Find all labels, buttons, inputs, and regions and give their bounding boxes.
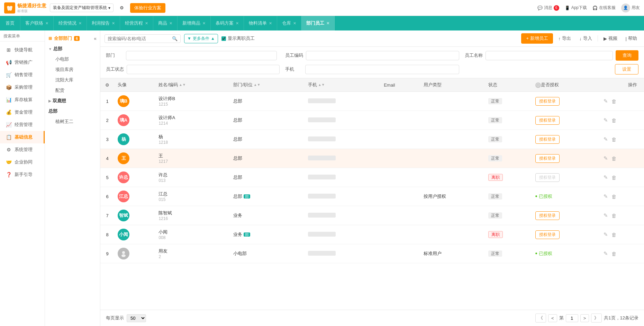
col-dept[interactable]: 部门/职位 ▲▼ (230, 78, 305, 92)
tab-close[interactable]: ✕ (145, 21, 148, 26)
status-select[interactable] (127, 65, 280, 74)
tab-customer[interactable]: 客户联络 ✕ (20, 16, 54, 30)
delete-icon[interactable]: 🗑 (611, 194, 617, 200)
sidebar-item-operations[interactable]: 📈 经营管理 (0, 118, 45, 131)
edit-icon[interactable]: ✎ (604, 155, 608, 161)
system-title-select[interactable]: 装备及固定资产辅助管理系统 ▾ (50, 3, 114, 12)
auth-btn[interactable]: 授权登录 (535, 135, 560, 144)
tab-close[interactable]: ✕ (326, 21, 329, 26)
tree-item-project[interactable]: 项目库房 (45, 64, 100, 75)
delete-icon[interactable]: 🗑 (611, 136, 617, 142)
show-resigned-wrap[interactable]: 显示离职员工 (221, 35, 255, 42)
tree-item-hq[interactable]: 总部 (45, 106, 100, 116)
tree-item-shenyang[interactable]: 沈阳大库 (45, 75, 100, 85)
sidebar-item-enterprise[interactable]: 🤝 企业协同 (0, 156, 45, 168)
tree-item-distribution[interactable]: 配货 (45, 85, 100, 96)
user-avatar[interactable]: 👤 用友 (621, 3, 640, 12)
delete-icon[interactable]: 🗑 (611, 213, 617, 219)
tab-close[interactable]: ✕ (112, 21, 115, 26)
tab-close[interactable]: ✕ (293, 21, 296, 26)
delete-icon[interactable]: 🗑 (611, 251, 617, 257)
edit-icon[interactable]: ✎ (604, 136, 608, 142)
sidebar-item-system[interactable]: ⚙ 系统管理 (0, 143, 45, 156)
auth-btn[interactable]: 授权登录 (535, 116, 560, 125)
edit-icon[interactable]: ✎ (604, 231, 608, 238)
delete-icon[interactable]: 🗑 (611, 232, 617, 238)
per-page-select[interactable]: 50 20 100 (127, 314, 146, 322)
search-input[interactable] (108, 36, 170, 41)
sidebar-item-basic[interactable]: 📋 基础信息 (0, 131, 45, 143)
page-input[interactable] (566, 314, 578, 322)
employee-code-input[interactable] (306, 51, 459, 60)
tree-item-double-think[interactable]: ▶ 双鹿想 (45, 96, 100, 106)
tab-close[interactable]: ✕ (236, 21, 239, 26)
auth-btn[interactable]: 授权登录 (535, 97, 560, 106)
page-next-btn[interactable]: > (580, 314, 589, 322)
tree-item-plant-king[interactable]: 植树王二 (45, 116, 100, 127)
sidebar-item-inventory[interactable]: 📊 库存核算 (0, 94, 45, 106)
sidebar-item-guide[interactable]: ❓ 新手引导 (0, 168, 45, 181)
tree-item-general[interactable]: ▼ 总部 (45, 44, 100, 54)
edit-icon[interactable]: ✎ (604, 193, 608, 200)
tab-barcode[interactable]: 条码方案 ✕ (211, 16, 244, 30)
sidebar-item-purchase[interactable]: 📦 采购管理 (0, 81, 45, 94)
edit-icon[interactable]: ✎ (604, 212, 608, 219)
edit-icon[interactable]: ✎ (604, 117, 608, 123)
page-first-btn[interactable]: 《 (535, 314, 546, 323)
edit-icon[interactable]: ✎ (604, 174, 608, 180)
import-btn[interactable]: ↓ 导入 (577, 34, 595, 43)
sidebar-item-quick[interactable]: ⊞ 快捷导航 (0, 44, 45, 56)
tab-goods[interactable]: 商品 ✕ (153, 16, 178, 30)
tab-materials[interactable]: 物料清单 ✕ (244, 16, 277, 30)
auth-btn[interactable]: 授权登录 (535, 173, 560, 182)
tab-newgoods[interactable]: 新增商品 ✕ (178, 16, 211, 30)
trial-button[interactable]: 体验行业方案 (130, 3, 165, 13)
message-btn[interactable]: 💬 消息 6 (537, 5, 559, 11)
auth-btn[interactable]: 授权登录 (535, 211, 560, 220)
delete-icon[interactable]: 🗑 (611, 156, 617, 161)
filter-more-btn[interactable]: ▼ 更多条件 ▲ (184, 34, 218, 43)
edit-icon[interactable]: ✎ (604, 250, 608, 257)
sidebar-item-capital[interactable]: 💰 资金管理 (0, 106, 45, 118)
search-icon[interactable]: 🔍 (172, 36, 178, 41)
tab-close[interactable]: ✕ (79, 21, 82, 26)
page-last-btn[interactable]: 》 (591, 314, 602, 323)
employee-name-input[interactable] (486, 51, 613, 60)
settings-icon[interactable]: ⚙ (117, 3, 127, 13)
help-btn[interactable]: | 帮助 (623, 34, 640, 43)
tab-profit[interactable]: 利润报告 ✕ (87, 16, 120, 30)
app-download-btn[interactable]: 📱 App下载 (565, 5, 587, 11)
delete-icon[interactable]: 🗑 (611, 98, 617, 104)
tab-home[interactable]: 首页 (0, 16, 20, 30)
col-phone[interactable]: 手机 ▲▼ (305, 78, 380, 92)
authorized-info-icon[interactable]: ⓘ (535, 82, 541, 88)
edit-icon[interactable]: ✎ (604, 98, 608, 104)
dept-select[interactable] (126, 51, 277, 60)
reset-btn[interactable]: 设置 (615, 64, 638, 74)
tree-collapse-btn[interactable]: « (94, 36, 97, 41)
tab-close[interactable]: ✕ (269, 21, 272, 26)
phone-input[interactable] (305, 65, 459, 74)
tab-warehouse[interactable]: 仓库 ✕ (277, 16, 301, 30)
view-btn[interactable]: ▶ 视频 (601, 34, 620, 43)
show-resigned-checkbox[interactable] (221, 36, 226, 41)
tab-close[interactable]: ✕ (45, 21, 48, 26)
auth-btn[interactable]: 授权登录 (535, 230, 560, 239)
tree-item-small-elec[interactable]: 小电部 (45, 54, 100, 64)
page-prev-btn[interactable]: < (548, 314, 557, 322)
query-btn[interactable]: 查询 (616, 50, 638, 61)
sidebar-item-sales[interactable]: 🛒 销售管理 (0, 69, 45, 81)
col-settings[interactable]: ⚙ (100, 78, 114, 92)
export-btn[interactable]: ↑ 导出 (556, 34, 574, 43)
online-service-btn[interactable]: 🎧 在线客服 (592, 5, 616, 11)
sidebar-search-input[interactable] (3, 34, 45, 38)
sidebar-item-marketing[interactable]: 📢 营销推广 (0, 56, 45, 69)
delete-icon[interactable]: 🗑 (611, 175, 617, 180)
auth-btn[interactable]: 授权登录 (535, 154, 560, 163)
tab-department[interactable]: 部门员工 ✕ (301, 16, 335, 30)
tab-business[interactable]: 经营情况 ✕ (54, 16, 87, 30)
tab-close[interactable]: ✕ (202, 21, 206, 26)
delete-icon[interactable]: 🗑 (611, 117, 617, 123)
col-name[interactable]: 姓名/编码 ▲▼ (155, 78, 230, 92)
tab-history[interactable]: 经营历程 ✕ (120, 16, 153, 30)
